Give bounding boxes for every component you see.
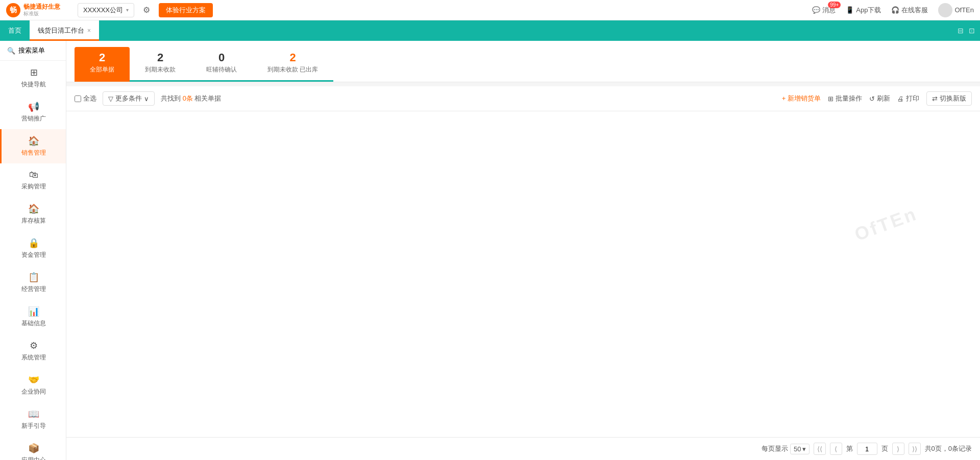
sidebar-item-operation[interactable]: 📋 经营管理 xyxy=(0,265,66,300)
filter-button[interactable]: ▽ 更多条件 ∨ xyxy=(103,91,155,106)
sidebar-item-label: 经营管理 xyxy=(21,285,46,294)
toolbar: 全选 ▽ 更多条件 ∨ 共找到 0条 相关单据 + 新增销货单 ⊞ 批量操作 ↺… xyxy=(66,86,980,111)
sidebar-item-label: 基础信息 xyxy=(21,319,46,328)
sidebar-item-label: 新手引导 xyxy=(21,422,46,430)
page-prev-button[interactable]: ⟨ xyxy=(830,443,842,455)
sidebar-item-label: 系统管理 xyxy=(21,353,46,362)
settings-button[interactable]: ⚙ xyxy=(139,3,154,17)
company-selector[interactable]: XXXXXX公司 ▾ xyxy=(78,3,134,17)
sidebar-item-marketing[interactable]: 📢 营销推广 xyxy=(0,95,66,129)
inventory-icon: 🏠 xyxy=(28,203,39,214)
logo-icon: 畅 xyxy=(6,3,20,17)
select-all-input[interactable] xyxy=(75,95,81,102)
user-avatar[interactable]: OfTEn xyxy=(938,3,974,17)
app-center-icon: 📦 xyxy=(28,443,39,454)
stat-tab-all[interactable]: 2 全部单据 xyxy=(75,47,130,82)
all-count: 2 xyxy=(99,51,105,64)
pagination-bar: 每页显示 50 ▾ ⟨⟨ ⟨ 第 页 ⟩ ⟩⟩ 共0页，0条记录 xyxy=(66,437,980,460)
all-label: 全部单据 xyxy=(90,65,114,74)
sidebar-item-label: 资金管理 xyxy=(21,251,46,259)
sidebar-item-quick-nav[interactable]: ⊞ 快捷导航 xyxy=(0,61,66,95)
sidebar-item-basic-info[interactable]: 📊 基础信息 xyxy=(0,300,66,334)
nav-tabs: 首页 钱货日清工作台 × ⊟ ⊡ xyxy=(0,20,980,41)
sidebar-item-purchase[interactable]: 🛍 采购管理 xyxy=(0,163,66,197)
online-service-button[interactable]: 🎧 在线客服 xyxy=(891,6,928,15)
refresh-button[interactable]: ↺ 刷新 xyxy=(869,94,890,103)
nav-expand-icon[interactable]: ⊡ xyxy=(969,27,975,35)
logo-title: 畅捷通好生意 xyxy=(23,3,60,10)
sidebar-item-cooperation[interactable]: 🤝 企业协同 xyxy=(0,368,66,402)
switch-new-button[interactable]: ⇄ 切换新版 xyxy=(926,91,972,106)
sidebar-item-label: 库存核算 xyxy=(21,216,46,225)
overdue-label: 到期未收款 xyxy=(145,65,176,74)
table-area: OfTEn xyxy=(66,111,980,437)
sidebar-item-sales[interactable]: 🏠 销售管理 xyxy=(0,129,66,163)
message-button[interactable]: 💬 消息 99+ xyxy=(812,6,836,15)
page-size-chevron: ▾ xyxy=(802,445,806,453)
stat-tab-overdue[interactable]: 2 到期未收款 xyxy=(130,47,191,82)
sidebar-item-label: 应用中心 xyxy=(21,456,46,460)
sidebar-item-app-center[interactable]: 📦 应用中心 xyxy=(0,437,66,460)
page-first-button[interactable]: ⟨⟨ xyxy=(814,443,826,455)
toolbar-right: + 新增销货单 ⊞ 批量操作 ↺ 刷新 🖨 打印 ⇄ 切换新版 xyxy=(782,91,972,106)
content-area: 2 全部单据 2 到期未收款 0 旺辅待确认 2 到期未收款 已出库 xyxy=(66,41,980,460)
top-bar-right: 💬 消息 99+ 📱 App下载 🎧 在线客服 OfTEn xyxy=(812,3,974,17)
cooperation-icon: 🤝 xyxy=(28,374,39,385)
tab-close-icon[interactable]: × xyxy=(87,27,91,34)
new-sale-button[interactable]: + 新增销货单 xyxy=(782,94,821,103)
experience-btn[interactable]: 体验行业方案 xyxy=(159,3,213,17)
batch-icon: ⊞ xyxy=(828,95,834,103)
page-last-button[interactable]: ⟩⟩ xyxy=(909,443,921,455)
print-button[interactable]: 🖨 打印 xyxy=(897,94,919,103)
main-layout: 🔍 搜索菜单 ⊞ 快捷导航 📢 营销推广 🏠 销售管理 🛍 采购管理 🏠 库存核… xyxy=(0,41,980,460)
operation-icon: 📋 xyxy=(28,272,39,283)
pending-label: 旺辅待确认 xyxy=(206,65,237,74)
print-icon: 🖨 xyxy=(897,95,904,103)
batch-op-button[interactable]: ⊞ 批量操作 xyxy=(828,94,862,103)
tab-home[interactable]: 首页 xyxy=(0,20,30,41)
sidebar-item-guide[interactable]: 📖 新手引导 xyxy=(0,402,66,437)
download-icon: 📱 xyxy=(846,6,854,14)
marketing-icon: 📢 xyxy=(28,101,39,112)
sidebar-item-label: 企业协同 xyxy=(21,388,46,396)
page-size-box[interactable]: 50 ▾ xyxy=(790,444,809,454)
logo-sub: 标准版 xyxy=(23,11,60,17)
stat-tab-pending[interactable]: 0 旺辅待确认 xyxy=(191,47,252,82)
sidebar: 🔍 搜索菜单 ⊞ 快捷导航 📢 营销推广 🏠 销售管理 🛍 采购管理 🏠 库存核… xyxy=(0,41,66,460)
tab-active[interactable]: 钱货日清工作台 × xyxy=(30,20,99,41)
top-bar: 畅 畅捷通好生意 标准版 XXXXXX公司 ▾ ⚙ 体验行业方案 💬 消息 99… xyxy=(0,0,980,20)
avatar-image xyxy=(938,3,952,17)
search-label: 搜索菜单 xyxy=(18,46,45,55)
overdue-count: 2 xyxy=(157,51,163,64)
sidebar-item-inventory[interactable]: 🏠 库存核算 xyxy=(0,197,66,231)
total-records: 共0页，0条记录 xyxy=(925,444,972,453)
stat-tab-overdue-out[interactable]: 2 到期未收款 已出库 xyxy=(252,47,333,82)
sidebar-search[interactable]: 🔍 搜索菜单 xyxy=(0,41,66,61)
overdue-out-count: 2 xyxy=(290,51,296,64)
sidebar-item-label: 营销推广 xyxy=(21,114,46,123)
refresh-icon: ↺ xyxy=(869,95,875,103)
select-all-checkbox[interactable]: 全选 xyxy=(75,94,96,103)
filter-icon: ▽ xyxy=(108,95,113,103)
pending-count: 0 xyxy=(218,51,225,64)
message-badge: 99+ xyxy=(828,2,841,8)
stats-tabs: 2 全部单据 2 到期未收款 0 旺辅待确认 2 到期未收款 已出库 xyxy=(66,41,980,82)
purchase-icon: 🛍 xyxy=(29,170,38,180)
sidebar-item-label: 采购管理 xyxy=(21,182,46,191)
company-name: XXXXXX公司 xyxy=(83,6,123,15)
switch-icon: ⇄ xyxy=(932,95,938,103)
page-input[interactable] xyxy=(857,443,877,455)
basic-info-icon: 📊 xyxy=(28,306,39,317)
app-download-button[interactable]: 📱 App下载 xyxy=(846,6,881,15)
username-display: OfTEn xyxy=(954,6,974,14)
guide-icon: 📖 xyxy=(28,408,39,420)
nav-minimize-icon[interactable]: ⊟ xyxy=(958,27,964,35)
sidebar-item-label: 销售管理 xyxy=(21,149,46,157)
sales-icon: 🏠 xyxy=(28,135,39,147)
page-next-button[interactable]: ⟩ xyxy=(892,443,904,455)
message-icon: 💬 xyxy=(812,6,820,14)
sidebar-item-system[interactable]: ⚙ 系统管理 xyxy=(0,334,66,368)
sidebar-item-finance[interactable]: 🔒 资金管理 xyxy=(0,231,66,265)
page-size-select: 每页显示 50 ▾ xyxy=(762,444,809,454)
search-icon: 🔍 xyxy=(7,47,15,55)
